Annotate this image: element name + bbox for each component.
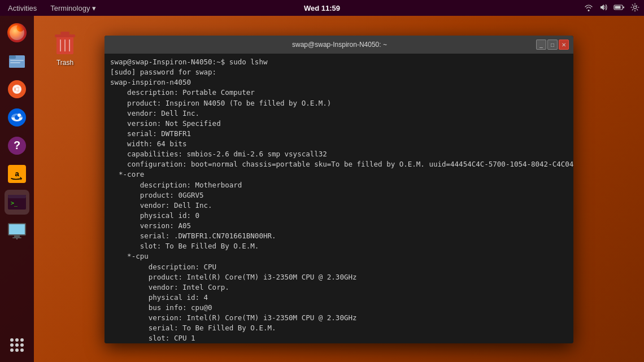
sidebar-item-files[interactable] <box>5 49 29 73</box>
svg-rect-28 <box>14 235 20 237</box>
svg-point-31 <box>10 338 14 342</box>
topbar-tray <box>584 3 639 14</box>
svg-point-34 <box>10 343 14 347</box>
svg-rect-2 <box>623 6 624 8</box>
svg-text:?: ? <box>14 139 20 151</box>
topbar-left: Activities Terminology ▾ <box>5 3 99 14</box>
svg-point-35 <box>15 343 19 347</box>
app-menu-arrow: ▾ <box>92 4 96 12</box>
sidebar-item-display[interactable] <box>5 218 29 243</box>
settings-icon[interactable] <box>630 3 639 14</box>
svg-rect-27 <box>9 224 25 234</box>
svg-rect-24 <box>8 195 26 198</box>
terminal-controls: _ □ ✕ <box>536 40 569 50</box>
sound-icon[interactable] <box>599 3 608 14</box>
svg-text:a: a <box>15 169 19 178</box>
battery-icon[interactable] <box>613 3 625 14</box>
svg-rect-1 <box>615 6 621 8</box>
app-menu-button[interactable]: Terminology ▾ <box>47 3 99 14</box>
terminal-minimize-button[interactable]: _ <box>536 40 546 50</box>
svg-rect-8 <box>10 60 24 61</box>
sidebar-item-terminal[interactable]: >_ <box>5 190 29 215</box>
desktop: ? a >_ <box>0 16 644 362</box>
svg-rect-42 <box>55 34 75 37</box>
sidebar-item-rhythmbox[interactable] <box>5 77 29 102</box>
svg-point-38 <box>15 348 19 352</box>
terminal-close-button[interactable]: ✕ <box>559 40 569 50</box>
trash-label: Trash <box>42 59 88 67</box>
svg-point-30 <box>16 238 18 239</box>
trash-icon <box>50 27 80 56</box>
svg-rect-29 <box>12 237 21 238</box>
svg-point-32 <box>15 338 19 342</box>
terminal-maximize-button[interactable]: □ <box>547 40 558 50</box>
svg-point-37 <box>10 348 14 352</box>
terminal-titlebar: swap@swap-Inspiron-N4050: ~ _ □ ✕ <box>105 36 573 54</box>
svg-point-39 <box>20 348 24 352</box>
app-name-label: Terminology <box>50 4 90 12</box>
svg-point-36 <box>20 343 24 347</box>
topbar-clock: Wed 11:59 <box>304 4 340 12</box>
show-applications-button[interactable] <box>5 333 29 357</box>
svg-rect-43 <box>60 32 69 34</box>
svg-point-33 <box>20 338 24 342</box>
terminal-title: swap@swap-Inspiron-N4050: ~ <box>143 41 536 49</box>
terminal-content: swap@swap-Inspiron-N4050:~$ sudo lshw [s… <box>105 54 573 343</box>
sidebar-dock: ? a >_ <box>0 16 34 362</box>
trash-icon-desktop[interactable]: Trash <box>42 27 88 67</box>
svg-rect-9 <box>10 62 20 63</box>
activities-button[interactable]: Activities <box>5 3 40 14</box>
sidebar-item-thunderbird[interactable] <box>5 105 29 130</box>
svg-text:>_: >_ <box>11 200 18 207</box>
topbar: Activities Terminology ▾ Wed 11:59 <box>0 0 644 16</box>
sidebar-item-firefox[interactable] <box>5 20 29 45</box>
sidebar-item-help[interactable]: ? <box>5 133 29 158</box>
terminal-window: swap@swap-Inspiron-N4050: ~ _ □ ✕ swap@s… <box>105 36 573 343</box>
wifi-icon[interactable] <box>584 3 593 14</box>
svg-point-18 <box>18 114 21 117</box>
sidebar-item-amazon[interactable]: a <box>5 162 29 186</box>
svg-rect-7 <box>9 55 16 59</box>
